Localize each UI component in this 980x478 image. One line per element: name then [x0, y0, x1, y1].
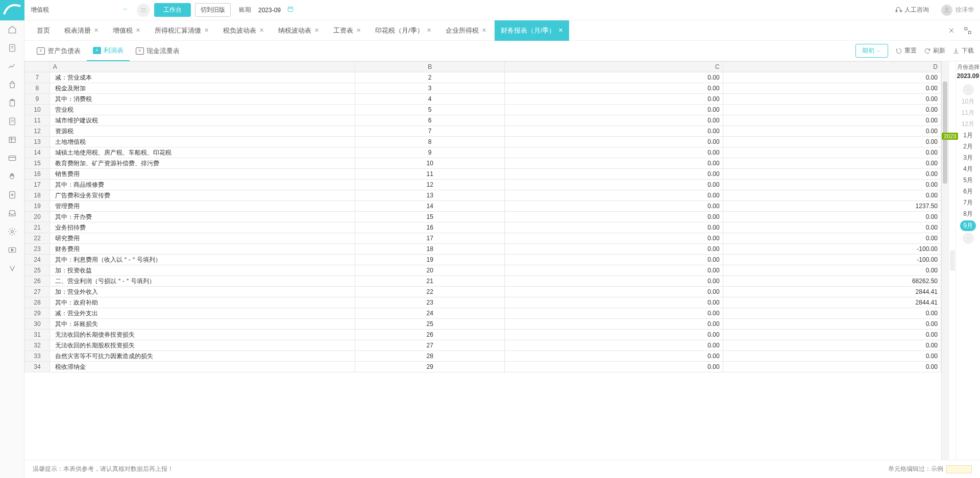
cell[interactable]: 0.00	[505, 222, 723, 233]
cell[interactable]: 3	[355, 83, 505, 94]
row-header[interactable]: 32	[25, 340, 50, 351]
cell[interactable]: 12	[355, 180, 505, 190]
cell[interactable]: 其中：政府补助	[50, 297, 355, 308]
row-header[interactable]: 16	[25, 169, 50, 180]
cell[interactable]: 68262.50	[723, 276, 941, 287]
cell[interactable]: 土地增值税	[50, 137, 355, 147]
cell[interactable]: 城镇土地使用税、房产税、车船税、印花税	[50, 147, 355, 158]
cell[interactable]: 4	[355, 94, 505, 105]
cell[interactable]: 0.00	[505, 137, 723, 147]
cell[interactable]: 其中：坏账损失	[50, 319, 355, 330]
cell[interactable]: 10	[355, 158, 505, 169]
cell[interactable]: -100.00	[723, 255, 941, 265]
cell[interactable]: 20	[355, 265, 505, 276]
tab-2[interactable]: 增值税✕	[107, 20, 146, 41]
cell[interactable]: 城市维护建设税	[50, 115, 355, 126]
close-icon[interactable]: ✕	[204, 27, 209, 34]
switch-old-button[interactable]: 切到旧版	[195, 3, 231, 17]
cell[interactable]: 0.00	[505, 319, 723, 330]
cell[interactable]: 管理费用	[50, 201, 355, 212]
cell[interactable]: 0.00	[505, 158, 723, 169]
consult-link[interactable]: 人工咨询	[895, 6, 929, 14]
cell[interactable]: 自然灾害等不可抗力因素造成的损失	[50, 351, 355, 362]
nav-clipboard-icon[interactable]	[0, 94, 24, 112]
workspace-button[interactable]: 工作台	[154, 3, 191, 17]
month-item[interactable]: 5月	[963, 175, 973, 185]
entity-dropdown[interactable]: 增值税	[31, 6, 133, 14]
cell[interactable]: 0.00	[723, 137, 941, 147]
cell[interactable]: 0.00	[505, 308, 723, 319]
cell[interactable]: 0.00	[505, 276, 723, 287]
cell[interactable]: 资源税	[50, 126, 355, 137]
expand-icon[interactable]	[962, 24, 974, 37]
nav-chart-icon[interactable]	[0, 57, 24, 76]
subtab-1[interactable]: ≡利润表	[87, 41, 130, 61]
row-header[interactable]: 20	[25, 212, 50, 222]
cell[interactable]: 0.00	[723, 222, 941, 233]
tab-8[interactable]: 企业所得税✕	[439, 20, 493, 41]
row-header[interactable]: 12	[25, 126, 50, 137]
nav-bag-icon[interactable]	[0, 76, 24, 94]
cell[interactable]: 0.00	[505, 105, 723, 115]
cell[interactable]: 减：营业外支出	[50, 308, 355, 319]
cell[interactable]: 0.00	[505, 233, 723, 244]
cell[interactable]: 0.00	[505, 351, 723, 362]
cell[interactable]: 13	[355, 190, 505, 201]
calendar-icon[interactable]	[287, 6, 294, 14]
subtab-0[interactable]: ≡资产负债表	[31, 41, 87, 61]
row-header[interactable]: 25	[25, 265, 50, 276]
cell[interactable]: 0.00	[723, 319, 941, 330]
tab-9[interactable]: 财务报表（月/季）✕	[495, 20, 570, 41]
cell[interactable]: 0.00	[505, 212, 723, 222]
row-header[interactable]: 30	[25, 319, 50, 330]
cell[interactable]: 0.00	[723, 83, 941, 94]
tab-7[interactable]: 印花税（月/季）✕	[369, 20, 437, 41]
tab-5[interactable]: 纳税波动表✕	[272, 20, 325, 41]
row-header[interactable]: 18	[25, 190, 50, 201]
cell[interactable]: 其中：消费税	[50, 94, 355, 105]
row-header[interactable]: 28	[25, 297, 50, 308]
month-up-icon[interactable]	[963, 84, 974, 95]
cell[interactable]: 2	[355, 72, 505, 83]
row-header[interactable]: 10	[25, 105, 50, 115]
nav-export-icon[interactable]	[0, 186, 24, 204]
cell[interactable]: 16	[355, 222, 505, 233]
cell[interactable]: 0.00	[505, 265, 723, 276]
close-icon[interactable]: ✕	[314, 27, 319, 34]
row-header[interactable]: 29	[25, 308, 50, 319]
cell[interactable]: 22	[355, 287, 505, 297]
spreadsheet[interactable]: A B C D 7 减：营业成本20.000.008 税金及附加30.000.0…	[24, 61, 941, 460]
row-header[interactable]: 33	[25, 351, 50, 362]
nav-settings-icon[interactable]	[0, 222, 24, 241]
row-header[interactable]: 26	[25, 276, 50, 287]
cell[interactable]: 0.00	[505, 72, 723, 83]
close-icon[interactable]: ✕	[136, 27, 140, 34]
cell[interactable]: 销售费用	[50, 169, 355, 180]
cell[interactable]: 18	[355, 244, 505, 255]
row-header[interactable]: 19	[25, 201, 50, 212]
cell[interactable]: 0.00	[723, 180, 941, 190]
cell[interactable]: 0.00	[505, 255, 723, 265]
cell[interactable]: 0.00	[505, 287, 723, 297]
cell[interactable]: 2844.41	[723, 297, 941, 308]
cell[interactable]: 0.00	[723, 72, 941, 83]
cell[interactable]: 19	[355, 255, 505, 265]
cell[interactable]: 26	[355, 330, 505, 340]
cell[interactable]: 0.00	[723, 233, 941, 244]
cell[interactable]: 0.00	[505, 169, 723, 180]
nav-calc-icon[interactable]	[0, 112, 24, 131]
vertical-scrollbar[interactable]	[941, 61, 948, 460]
row-header[interactable]: 13	[25, 137, 50, 147]
row-header[interactable]: 21	[25, 222, 50, 233]
cell[interactable]: 0.00	[505, 330, 723, 340]
cell[interactable]: 0.00	[723, 105, 941, 115]
cell[interactable]: 17	[355, 233, 505, 244]
cell[interactable]: 无法收回的长期股权投资损失	[50, 340, 355, 351]
cell[interactable]: 0.00	[723, 340, 941, 351]
tab-4[interactable]: 税负波动表✕	[217, 20, 270, 41]
month-down-icon[interactable]	[963, 233, 974, 244]
row-header[interactable]: 17	[25, 180, 50, 190]
cell[interactable]: 0.00	[505, 83, 723, 94]
nav-hand-icon[interactable]	[0, 167, 24, 186]
col-header-b[interactable]: B	[355, 62, 505, 72]
